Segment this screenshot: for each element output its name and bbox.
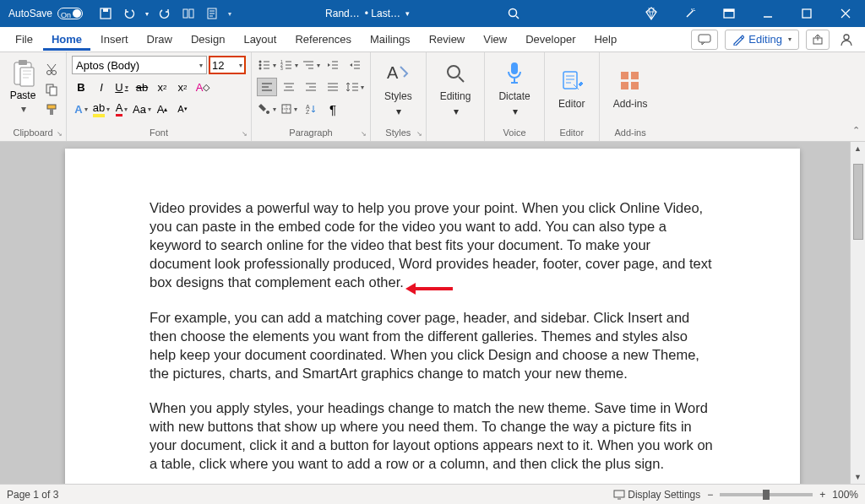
justify-button[interactable] [323,78,343,96]
tab-draw[interactable]: Draw [139,28,181,51]
vertical-scrollbar[interactable]: ▲ ▼ [850,142,865,484]
editing-button[interactable]: Editing▾ [432,56,480,118]
text-effects-button[interactable]: A▾ [72,100,90,118]
dictate-button[interactable]: Dictate▾ [490,56,538,118]
tab-references[interactable]: References [286,28,359,51]
tab-layout[interactable]: Layout [235,28,285,51]
share-button[interactable] [806,30,830,50]
strikethrough-button[interactable]: ab [133,78,151,96]
document-title[interactable]: Rand… • Last… ▾ [238,8,497,19]
show-marks-button[interactable]: ¶ [323,100,343,118]
zoom-in-button[interactable]: + [819,489,825,501]
group-paragraph: ▾ 123▾ ▾ ▾ ▾ ▾ AZ ¶ Paragraph [252,52,371,141]
cut-icon[interactable] [42,61,61,78]
shrink-font-button[interactable]: A▾ [173,100,192,118]
page-indicator[interactable]: Page 1 of 3 [7,489,58,501]
svg-point-21 [52,71,57,75]
qat-customize-icon[interactable]: ▾ [228,10,231,18]
line-spacing-button[interactable]: ▾ [345,78,365,96]
change-case-button[interactable]: Aa▾ [133,100,151,118]
document-area[interactable]: Video provides a powerful way to help yo… [0,142,865,484]
copy-icon[interactable] [42,81,61,98]
numbering-button[interactable]: 123▾ [279,56,299,74]
tab-mailings[interactable]: Mailings [362,28,419,51]
group-label-editor: Editor [550,127,594,139]
editing-mode-button[interactable]: Editing ▾ [725,30,799,50]
editor-button[interactable]: Editor [550,56,594,118]
bold-button[interactable]: B [72,78,90,96]
scroll-up-icon[interactable]: ▲ [851,142,865,155]
clear-formatting-button[interactable]: A◇ [193,78,212,96]
format-painter-icon[interactable] [42,101,61,118]
ribbon-display-icon[interactable] [710,0,748,27]
group-styles: A Styles▾ Styles [371,52,427,141]
align-left-button[interactable] [257,78,277,96]
diamond-icon[interactable] [632,0,671,27]
increase-indent-button[interactable] [345,56,365,74]
grow-font-button[interactable]: A▴ [153,100,171,118]
autosave-toggle[interactable]: AutoSave On [0,8,91,19]
tab-developer[interactable]: Developer [517,28,584,51]
svg-point-30 [259,68,262,70]
svg-line-23 [47,64,52,71]
svg-rect-72 [511,62,518,74]
tab-home[interactable]: Home [43,28,90,51]
underline-button[interactable]: U▾ [112,78,131,96]
paragraph-1: Video provides a powerful way to help yo… [150,199,715,292]
sort-button[interactable]: AZ [301,100,321,118]
redo-icon[interactable] [157,6,172,21]
scroll-down-icon[interactable]: ▼ [851,470,865,484]
scrollbar-thumb[interactable] [853,164,863,240]
decrease-indent-button[interactable] [323,56,343,74]
group-label-paragraph: Paragraph [257,127,365,139]
document-page[interactable]: Video provides a powerful way to help yo… [65,149,800,484]
svg-point-20 [47,71,52,75]
zoom-level[interactable]: 100% [832,489,858,501]
zoom-slider[interactable] [720,493,813,496]
tab-design[interactable]: Design [182,28,233,51]
qat-icon-1[interactable] [181,6,196,21]
styles-button[interactable]: A Styles▾ [376,56,421,118]
maximize-icon[interactable] [787,0,826,27]
font-name-combo[interactable]: Aptos (Body)▾ [72,56,207,74]
qat-icon-2[interactable] [204,6,220,21]
font-color-button[interactable]: A▾ [112,100,131,118]
multilevel-button[interactable]: ▾ [301,56,321,74]
font-size-combo[interactable]: 12▾ [209,56,246,74]
group-addins: Add-ins Add-ins [600,52,661,141]
superscript-button[interactable]: x2 [173,78,192,96]
paste-button[interactable]: Paste ▾ [5,56,41,118]
collapse-ribbon-icon[interactable]: ⌃ [852,125,860,136]
close-icon[interactable] [826,0,865,27]
subscript-button[interactable]: x2 [153,78,171,96]
tab-help[interactable]: Help [585,28,625,51]
zoom-out-button[interactable]: − [707,489,713,501]
tab-file[interactable]: File [7,28,41,51]
status-bar: Page 1 of 3 Display Settings − + 100% [0,484,865,504]
account-icon[interactable] [835,30,858,50]
tab-view[interactable]: View [475,28,515,51]
tab-review[interactable]: Review [421,28,474,51]
svg-rect-14 [699,35,710,42]
comments-button[interactable] [691,30,718,50]
svg-rect-2 [183,9,188,18]
display-settings-button[interactable]: Display Settings [613,489,700,501]
italic-button[interactable]: I [92,78,111,96]
highlight-button[interactable]: ab▾ [92,100,111,118]
align-center-button[interactable] [279,78,299,96]
undo-icon[interactable] [122,6,137,21]
shading-button[interactable]: ▾ [257,100,277,118]
align-right-button[interactable] [301,78,321,96]
borders-button[interactable]: ▾ [279,100,299,118]
group-editing: Editing▾ [427,52,486,141]
addins-button[interactable]: Add-ins [605,56,656,118]
group-voice: Dictate▾ Voice [485,52,544,141]
tab-insert[interactable]: Insert [92,28,137,51]
minimize-icon[interactable] [748,0,787,27]
wand-icon[interactable] [671,0,710,27]
svg-rect-27 [50,109,53,115]
save-icon[interactable] [98,6,113,21]
svg-text:3: 3 [280,66,283,71]
bullets-button[interactable]: ▾ [257,56,277,74]
search-icon[interactable] [497,7,530,20]
